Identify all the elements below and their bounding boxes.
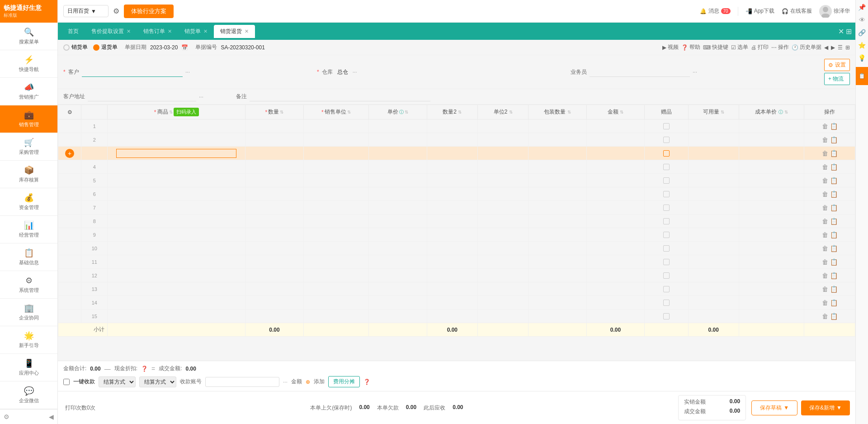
qty-cell[interactable] (245, 228, 303, 242)
copy-row-icon[interactable]: 📋 (830, 163, 838, 171)
qty2-cell[interactable] (427, 255, 477, 269)
product-cell[interactable] (108, 282, 245, 296)
cost-cell[interactable] (739, 255, 804, 269)
qty-cell[interactable] (245, 282, 303, 296)
unit-cell[interactable] (303, 160, 369, 174)
delete-row-icon[interactable]: 🗑 (822, 204, 828, 211)
gift-checkbox[interactable] (663, 232, 670, 238)
tab-sale-price[interactable]: 售价提取设置 ✕ (85, 25, 137, 38)
pkg-cell[interactable] (528, 242, 586, 255)
toolbar-history[interactable]: 🕐 历史单据 (792, 43, 821, 51)
fee-help-icon[interactable]: ❓ (363, 379, 370, 385)
qty-cell[interactable] (245, 133, 303, 147)
copy-row-icon[interactable]: 📋 (830, 245, 838, 252)
customer-select-btn[interactable]: ··· (185, 69, 190, 75)
product-cell[interactable] (108, 228, 245, 242)
qty-cell[interactable] (245, 119, 303, 133)
gift-checkbox[interactable] (663, 191, 670, 197)
tab-close-icon[interactable]: ✕ (168, 29, 172, 34)
amount-cell[interactable] (586, 160, 644, 174)
right-sidebar-icon-1[interactable]: 📌 (858, 4, 866, 11)
delete-row-icon[interactable]: 🗑 (822, 177, 828, 184)
qty2-cell[interactable] (427, 310, 477, 323)
delete-row-icon[interactable]: 🗑 (822, 231, 828, 238)
gift-checkbox[interactable] (663, 137, 670, 143)
copy-row-icon[interactable]: 📋 (830, 272, 838, 279)
product-cell[interactable] (108, 201, 245, 214)
pkg-cell[interactable] (528, 255, 586, 269)
pkg-cell[interactable] (528, 282, 586, 296)
add-row-plus-icon[interactable]: ⊕ (306, 379, 310, 385)
sidebar-item-search[interactable]: 🔍 搜索菜单 (0, 23, 57, 50)
delete-row-icon[interactable]: 🗑 (822, 123, 828, 130)
tab-home[interactable]: 首页 (61, 25, 85, 38)
avail-cell[interactable] (688, 310, 739, 323)
amount-cell[interactable] (586, 187, 644, 201)
qty-cell[interactable] (245, 174, 303, 187)
unit2-cell[interactable] (478, 187, 528, 201)
qty2-cell[interactable] (427, 242, 477, 255)
unit2-cell[interactable] (478, 242, 528, 255)
product-cell[interactable] (108, 242, 245, 255)
unit2-cell[interactable] (478, 174, 528, 187)
avail-cell[interactable] (688, 119, 739, 133)
sidebar-item-operations[interactable]: 📊 经营管理 (0, 216, 57, 243)
sidebar-item-apps[interactable]: 📱 应用中心 (0, 354, 57, 381)
pkg-cell[interactable] (528, 269, 586, 282)
copy-row-icon[interactable]: 📋 (830, 231, 838, 238)
qty-cell[interactable] (245, 242, 303, 255)
tab-close-icon[interactable]: ✕ (203, 29, 208, 34)
right-sidebar-icon-2[interactable]: 👁 (859, 16, 865, 24)
qty-cell[interactable] (245, 187, 303, 201)
qty2-cell[interactable] (427, 160, 477, 174)
view-list-btn[interactable]: ☰ (838, 44, 843, 51)
qty2-cell[interactable] (427, 119, 477, 133)
qty-cell[interactable] (245, 160, 303, 174)
product-cell[interactable] (108, 160, 245, 174)
toolbar-shortcut[interactable]: ⌨ 快捷键 (703, 43, 728, 51)
view-detail-btn[interactable]: ⊞ (845, 44, 850, 51)
amount-cell[interactable] (586, 255, 644, 269)
account-input[interactable] (205, 377, 279, 387)
add-row-btn[interactable]: + (65, 149, 74, 158)
experience-btn[interactable]: 体验行业方案 (124, 5, 174, 18)
copy-row-icon[interactable]: 📋 (830, 218, 838, 225)
amount-cell[interactable] (586, 119, 644, 133)
save-draft-btn[interactable]: 保存草稿 ▼ (751, 400, 797, 415)
unit-cell[interactable] (303, 214, 369, 228)
cost-cell[interactable] (739, 282, 804, 296)
gift-checkbox[interactable] (663, 205, 670, 211)
gift-checkbox[interactable] (663, 272, 670, 279)
delete-row-icon[interactable]: 🗑 (822, 136, 828, 143)
qty-cell[interactable] (245, 310, 303, 323)
avail-cell[interactable] (688, 187, 739, 201)
sidebar-item-purchase[interactable]: 🛒 采购管理 (0, 133, 57, 161)
price-cell[interactable] (369, 187, 427, 201)
sidebar-item-sales[interactable]: 💼 销售管理 (0, 105, 57, 133)
cost-cell[interactable] (739, 147, 804, 160)
tab-close-icon[interactable]: ✕ (245, 29, 249, 34)
unit-cell[interactable] (303, 187, 369, 201)
qty2-cell[interactable] (427, 133, 477, 147)
qty-cell[interactable] (245, 269, 303, 282)
qty-cell[interactable] (245, 255, 303, 269)
cost-cell[interactable] (739, 296, 804, 310)
sidebar-item-enterprise[interactable]: 🏢 企业协同 (0, 299, 57, 326)
qty2-cell[interactable] (427, 282, 477, 296)
pkg-cell[interactable] (528, 187, 586, 201)
avail-cell[interactable] (688, 201, 739, 214)
avail-cell[interactable] (688, 269, 739, 282)
prev-record-btn[interactable]: ◀ (824, 44, 828, 51)
avail-cell[interactable] (688, 133, 739, 147)
gift-checkbox[interactable] (663, 218, 670, 224)
tabs-expand-btn[interactable]: ⊞ (846, 27, 852, 36)
product-cell[interactable] (108, 310, 245, 323)
online-service-item[interactable]: 🎧 在线客服 (782, 7, 812, 15)
delete-row-icon[interactable]: 🗑 (822, 272, 828, 279)
product-input[interactable] (116, 149, 236, 158)
product-cell[interactable] (108, 269, 245, 282)
amount-cell[interactable] (586, 228, 644, 242)
qty2-cell[interactable] (427, 147, 477, 160)
gift-checkbox[interactable] (663, 300, 670, 306)
product-cell[interactable] (108, 119, 245, 133)
